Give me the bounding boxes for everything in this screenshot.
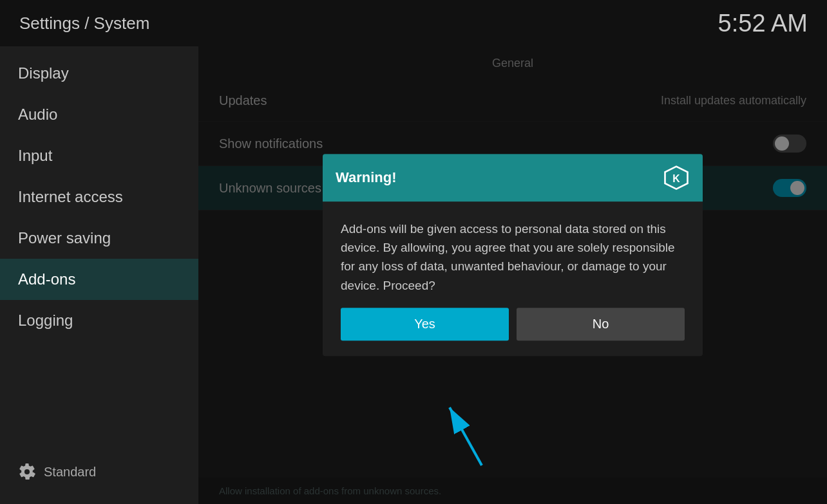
warning-dialog: Warning! K Add-ons will be given access … <box>323 154 703 357</box>
sidebar-item-audio[interactable]: Audio <box>0 94 198 135</box>
sidebar-item-internet-access[interactable]: Internet access <box>0 176 198 218</box>
dialog-yes-button[interactable]: Yes <box>341 308 509 341</box>
sidebar-item-logging[interactable]: Logging <box>0 300 198 341</box>
header: Settings / System 5:52 AM <box>0 0 827 46</box>
main-layout: Display Audio Input Internet access Powe… <box>0 46 827 504</box>
clock: 5:52 AM <box>718 10 808 37</box>
dialog-body: Add-ons will be given access to personal… <box>323 201 703 295</box>
dialog-buttons: Yes No <box>323 295 703 356</box>
dialog-no-button[interactable]: No <box>517 308 685 341</box>
sidebar-footer: Standard <box>0 453 198 491</box>
sidebar-item-display[interactable]: Display <box>0 53 198 94</box>
kodi-logo-icon: K <box>663 164 690 191</box>
sidebar-item-input[interactable]: Input <box>0 135 198 176</box>
dialog-title: Warning! <box>336 169 397 186</box>
gear-icon <box>18 463 36 481</box>
sidebar-item-power-saving[interactable]: Power saving <box>0 218 198 259</box>
sidebar-footer-label: Standard <box>44 465 96 480</box>
arrow-annotation <box>430 388 508 465</box>
svg-line-3 <box>450 407 482 465</box>
arrow-icon <box>430 388 508 472</box>
dialog-header: Warning! K <box>323 154 703 201</box>
svg-text:K: K <box>672 173 680 184</box>
sidebar-item-add-ons[interactable]: Add-ons <box>0 259 198 300</box>
content-area: General Updates Install updates automati… <box>198 46 827 504</box>
sidebar: Display Audio Input Internet access Powe… <box>0 46 198 504</box>
page-title: Settings / System <box>19 14 149 33</box>
